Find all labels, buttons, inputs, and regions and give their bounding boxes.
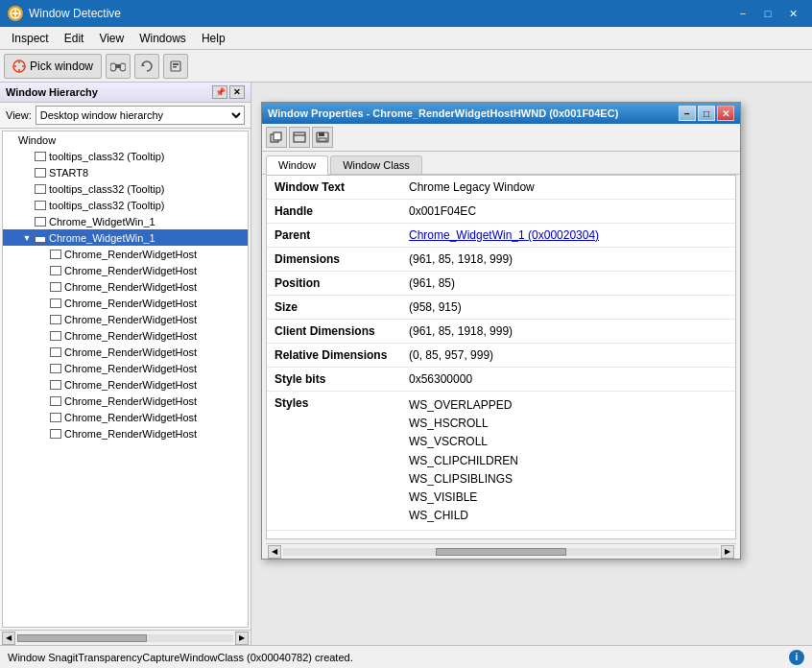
tree-expand-icon[interactable] bbox=[5, 133, 18, 147]
tree-expand-icon[interactable] bbox=[36, 264, 49, 277]
props-maximize-tool-button[interactable] bbox=[289, 127, 310, 148]
props-value: (961, 85, 1918, 999) bbox=[401, 248, 735, 272]
tree-node[interactable]: Chrome_RenderWidgetHost bbox=[3, 409, 248, 425]
view-row: View: Desktop window hierarchy bbox=[0, 103, 251, 129]
menu-item-view[interactable]: View bbox=[91, 30, 131, 47]
app-icon bbox=[8, 6, 23, 21]
tree-node[interactable]: Window bbox=[3, 131, 248, 148]
tree-expand-icon[interactable] bbox=[36, 394, 49, 408]
window-node-icon bbox=[34, 199, 47, 212]
menu-item-windows[interactable]: Windows bbox=[131, 30, 194, 47]
tree-expand-icon[interactable]: ▼ bbox=[20, 231, 34, 245]
title-bar: Window Detective − □ ✕ bbox=[0, 0, 812, 27]
tree-node[interactable]: Chrome_RenderWidgetHost bbox=[3, 311, 248, 327]
refresh-button[interactable] bbox=[134, 54, 159, 79]
tree-container[interactable]: Windowtooltips_class32 (Tooltip)START8to… bbox=[2, 131, 249, 628]
pick-window-button[interactable]: Pick window bbox=[4, 54, 102, 79]
tree-node-label: Chrome_WidgetWin_1 bbox=[49, 232, 155, 244]
props-link[interactable]: Chrome_WidgetWin_1 (0x00020304) bbox=[409, 228, 599, 242]
props-maximize-button[interactable]: □ bbox=[698, 106, 715, 121]
tree-node[interactable]: tooltips_class32 (Tooltip) bbox=[3, 180, 248, 197]
props-table-row: Style bits0x56300000 bbox=[267, 368, 735, 392]
tree-expand-icon[interactable] bbox=[20, 199, 34, 212]
props-table-row: Position(961, 85) bbox=[267, 272, 735, 296]
window-node-icon bbox=[49, 264, 62, 277]
panel-header-controls: 📌 ✕ bbox=[212, 85, 245, 99]
tree-expand-icon[interactable] bbox=[20, 215, 34, 228]
tree-node-label: Chrome_RenderWidgetHost bbox=[64, 314, 197, 325]
menu-item-inspect[interactable]: Inspect bbox=[4, 30, 57, 47]
tree-node[interactable]: Chrome_RenderWidgetHost bbox=[3, 425, 248, 441]
close-button[interactable]: ✕ bbox=[781, 5, 804, 22]
props-save-button[interactable] bbox=[312, 127, 333, 148]
tree-node[interactable]: START8 bbox=[3, 164, 248, 180]
tree-expand-icon[interactable] bbox=[36, 280, 49, 294]
tree-expand-icon[interactable] bbox=[20, 150, 34, 163]
props-table-row: Size(958, 915) bbox=[267, 296, 735, 320]
tree-expand-icon[interactable] bbox=[36, 411, 49, 424]
left-hscroll-track[interactable] bbox=[17, 634, 233, 642]
left-hscroll[interactable]: ◀ ▶ bbox=[0, 630, 251, 645]
tree-node[interactable]: Chrome_RenderWidgetHost bbox=[3, 376, 248, 393]
binoculars-button[interactable] bbox=[106, 54, 131, 79]
tree-node[interactable]: Chrome_RenderWidgetHost bbox=[3, 278, 248, 295]
window-node-icon bbox=[49, 346, 62, 359]
tree-node[interactable]: Chrome_RenderWidgetHost bbox=[3, 262, 248, 278]
tree-expand-icon[interactable] bbox=[20, 166, 34, 179]
props-table-row: ParentChrome_WidgetWin_1 (0x00020304) bbox=[267, 224, 735, 248]
panel-close-button[interactable]: ✕ bbox=[229, 85, 245, 99]
tree-node[interactable]: Chrome_RenderWidgetHost bbox=[3, 360, 248, 376]
panel-pin-button[interactable]: 📌 bbox=[212, 85, 227, 99]
window-node-icon bbox=[49, 297, 62, 310]
props-tab-window-class[interactable]: Window Class bbox=[330, 155, 422, 174]
props-key: Parent bbox=[267, 224, 401, 248]
window-node-icon bbox=[49, 329, 62, 343]
tree-expand-icon[interactable] bbox=[36, 346, 49, 359]
props-title-bar: Window Properties - Chrome_RenderWidgetH… bbox=[262, 103, 740, 124]
props-win-controls: − □ ✕ bbox=[679, 106, 734, 121]
tree-node[interactable]: Chrome_WidgetWin_1 bbox=[3, 213, 248, 229]
props-minimize-button[interactable]: − bbox=[679, 106, 696, 121]
tree-node[interactable]: Chrome_RenderWidgetHost bbox=[3, 246, 248, 262]
props-value[interactable]: Chrome_WidgetWin_1 (0x00020304) bbox=[401, 224, 735, 248]
tree-node-label: Chrome_RenderWidgetHost bbox=[64, 363, 197, 374]
settings-button[interactable] bbox=[163, 54, 188, 79]
tree-expand-icon[interactable] bbox=[36, 378, 49, 392]
props-hscroll-thumb bbox=[436, 548, 566, 556]
props-tab-window[interactable]: Window bbox=[266, 155, 328, 175]
tree-expand-icon[interactable] bbox=[20, 182, 34, 196]
left-hscroll-left-btn[interactable]: ◀ bbox=[2, 632, 15, 645]
props-restore-button[interactable] bbox=[266, 127, 287, 148]
props-content[interactable]: Window TextChrome Legacy WindowHandle0x0… bbox=[266, 175, 736, 539]
left-hscroll-right-btn[interactable]: ▶ bbox=[235, 632, 249, 645]
tree-expand-icon[interactable] bbox=[36, 248, 49, 261]
menu-bar: InspectEditViewWindowsHelp bbox=[0, 27, 812, 50]
window-node-icon bbox=[49, 313, 62, 326]
tree-expand-icon[interactable] bbox=[36, 313, 49, 326]
tree-node[interactable]: tooltips_class32 (Tooltip) bbox=[3, 148, 248, 164]
window-node-icon bbox=[49, 248, 62, 261]
view-select[interactable]: Desktop window hierarchy bbox=[36, 106, 245, 125]
props-hscroll-track[interactable] bbox=[283, 548, 719, 556]
tree-expand-icon[interactable] bbox=[36, 362, 49, 375]
props-value: 0x001F04EC bbox=[401, 200, 735, 224]
props-close-button[interactable]: ✕ bbox=[717, 106, 734, 121]
props-hscroll-left-btn[interactable]: ◀ bbox=[268, 545, 281, 559]
tree-node[interactable]: Chrome_RenderWidgetHost bbox=[3, 393, 248, 409]
menu-item-edit[interactable]: Edit bbox=[57, 30, 92, 47]
tree-node[interactable]: Chrome_RenderWidgetHost bbox=[3, 327, 248, 344]
props-value: WS_OVERLAPPEDWS_HSCROLLWS_VSCROLLWS_CLIP… bbox=[401, 392, 735, 531]
tree-node[interactable]: Chrome_RenderWidgetHost bbox=[3, 344, 248, 360]
maximize-button[interactable]: □ bbox=[756, 5, 779, 22]
menu-item-help[interactable]: Help bbox=[194, 30, 233, 47]
tree-node[interactable]: Chrome_RenderWidgetHost bbox=[3, 295, 248, 311]
tree-expand-icon[interactable] bbox=[36, 427, 49, 441]
props-hscroll-right-btn[interactable]: ▶ bbox=[721, 545, 734, 559]
window-node-icon bbox=[34, 166, 47, 179]
tree-node[interactable]: tooltips_class32 (Tooltip) bbox=[3, 197, 248, 213]
tree-expand-icon[interactable] bbox=[36, 297, 49, 310]
tree-expand-icon[interactable] bbox=[36, 329, 49, 343]
tree-node[interactable]: ▼Chrome_WidgetWin_1 bbox=[3, 229, 248, 246]
minimize-button[interactable]: − bbox=[731, 5, 754, 22]
status-bar: Window SnagitTransparencyCaptureWindowCl… bbox=[0, 645, 812, 668]
